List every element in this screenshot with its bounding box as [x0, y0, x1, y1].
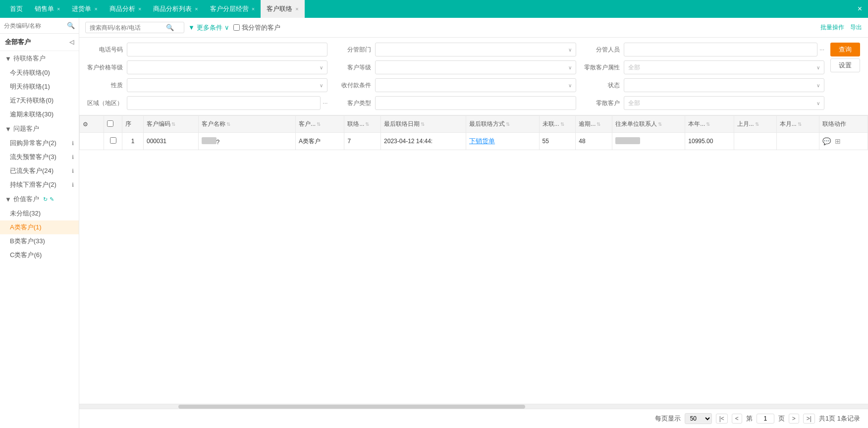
- col-no-contact[interactable]: 未联...⇅: [539, 116, 576, 133]
- region-dots-icon[interactable]: ···: [323, 100, 327, 107]
- col-last-method[interactable]: 最后联络方式⇅: [466, 116, 539, 133]
- sidebar-item-lost-warning[interactable]: 流失预警客户(3) ℹ: [0, 150, 79, 164]
- nav-sales[interactable]: 销售单 ×: [29, 0, 66, 18]
- col-contact[interactable]: 联络...⇅: [344, 116, 381, 133]
- customer-level-select[interactable]: ∨: [375, 60, 576, 74]
- retail-customer-select[interactable]: 全部 ∨: [624, 96, 824, 110]
- nav-home[interactable]: 首页: [4, 0, 29, 18]
- price-level-select[interactable]: ∨: [127, 60, 327, 74]
- prev-page-button[interactable]: <: [732, 414, 742, 424]
- payment-select[interactable]: ∨: [375, 78, 576, 92]
- nature-select[interactable]: ∨: [127, 78, 327, 92]
- nav-customer-tier[interactable]: 客户分层经营 ×: [204, 0, 261, 18]
- status-chevron-icon: ∨: [816, 83, 820, 88]
- sidebar-item-overdue[interactable]: 逾期未联络(30): [0, 107, 79, 121]
- sidebar-search-icon[interactable]: 🔍: [67, 22, 75, 29]
- nav-product-analysis[interactable]: 商品分析 ×: [104, 0, 147, 18]
- my-customers-checkbox[interactable]: 我分管的客户: [233, 23, 280, 32]
- top-nav: 首页 销售单 × 进货单 × 商品分析 × 商品分析列表 × 客户分层经营 × …: [0, 0, 868, 18]
- sidebar-item-lost[interactable]: 已流失客户(24) ℹ: [0, 164, 79, 178]
- phone-input[interactable]: [127, 43, 327, 56]
- sidebar-item-unclassified[interactable]: 未分组(32): [0, 207, 79, 220]
- col-checkbox[interactable]: [104, 116, 122, 133]
- sidebar-section-pending[interactable]: ▼ 待联络客户: [0, 51, 79, 66]
- col-last-month[interactable]: 上月...⇅: [734, 116, 776, 133]
- edit-icon[interactable]: ✎: [50, 196, 54, 203]
- customer-type-input[interactable]: [375, 96, 576, 110]
- filter-retail-attr: 零散客户属性 全部 ∨: [584, 60, 824, 74]
- contact-person-blurred: [615, 137, 640, 144]
- chat-icon[interactable]: 💬: [822, 137, 831, 145]
- export-button[interactable]: 导出: [850, 23, 862, 32]
- close-customer-tier-tab[interactable]: ×: [252, 6, 255, 12]
- sidebar-item-repurchase-abnormal[interactable]: 回购异常客户(2) ℹ: [0, 136, 79, 150]
- sidebar-item-today[interactable]: 今天待联络(0): [0, 66, 79, 80]
- batch-op-button[interactable]: 批量操作: [820, 23, 844, 32]
- scrollbar-thumb[interactable]: [178, 405, 525, 409]
- first-page-button[interactable]: |<: [716, 414, 728, 424]
- sidebar-search-input[interactable]: [4, 22, 65, 29]
- col-this-year[interactable]: 本年...⇅: [685, 116, 734, 133]
- close-purchase-tab[interactable]: ×: [94, 6, 97, 12]
- sidebar-section-problem[interactable]: ▼ 问题客户: [0, 121, 79, 136]
- close-product-analysis-tab[interactable]: ×: [138, 6, 141, 12]
- sidebar-item-class-c[interactable]: C类客户(6): [0, 248, 79, 262]
- close-product-analysis-list-tab[interactable]: ×: [195, 6, 198, 12]
- row-checkbox[interactable]: [110, 137, 116, 144]
- cell-settings: [80, 133, 104, 150]
- sidebar-all-customers-header[interactable]: 全部客户 ◁: [0, 34, 79, 51]
- region-input[interactable]: [127, 96, 321, 110]
- retail-attr-select[interactable]: 全部 ∨: [624, 60, 824, 74]
- select-all-checkbox[interactable]: [107, 120, 113, 127]
- close-sales-tab[interactable]: ×: [57, 6, 60, 12]
- sort-icon-this-year: ⇅: [706, 121, 710, 127]
- sidebar-item-tomorrow[interactable]: 明天待联络(1): [0, 80, 79, 94]
- cell-checkbox[interactable]: [104, 133, 122, 150]
- sidebar-section-value[interactable]: ▼ 价值客户 ↻ ✎: [0, 192, 79, 207]
- page-size-select[interactable]: 50 100 200: [685, 413, 712, 424]
- page-label: 第: [746, 414, 753, 423]
- close-all-tabs[interactable]: ×: [858, 4, 862, 13]
- status-select[interactable]: ∨: [624, 78, 824, 92]
- sidebar: 🔍 全部客户 ◁ ▼ 待联络客户 今天待联络(0) 明天待联络(1) 近7天待联…: [0, 18, 79, 428]
- dept-select[interactable]: ∨: [375, 43, 576, 56]
- sort-icon-this-month: ⇅: [798, 121, 802, 127]
- sidebar-item-declining[interactable]: 持续下滑客户(2) ℹ: [0, 178, 79, 192]
- horizontal-scrollbar[interactable]: [79, 404, 868, 409]
- close-customer-contact-tab[interactable]: ×: [295, 6, 298, 12]
- col-code[interactable]: 客户编码⇅: [143, 116, 198, 133]
- sidebar-item-7days[interactable]: 近7天待联络(0): [0, 94, 79, 107]
- col-name[interactable]: 客户名称⇅: [198, 116, 296, 133]
- my-customers-check[interactable]: [233, 24, 240, 31]
- manager-dots-icon[interactable]: ···: [819, 46, 824, 53]
- nav-purchase[interactable]: 进货单 ×: [66, 0, 103, 18]
- next-page-button[interactable]: >: [789, 414, 799, 424]
- more-filters-button[interactable]: ▼ 更多条件 ∨: [188, 23, 229, 32]
- sidebar-item-class-a[interactable]: A类客户(1): [0, 220, 79, 234]
- manager-input[interactable]: [624, 43, 817, 56]
- grid-icon[interactable]: ⊞: [835, 137, 841, 145]
- refresh-icon[interactable]: ↻: [43, 196, 48, 203]
- sidebar-search-area: 🔍: [0, 18, 79, 34]
- search-input[interactable]: [90, 24, 164, 31]
- sidebar-collapse-icon[interactable]: ◁: [69, 39, 74, 46]
- search-icon[interactable]: 🔍: [166, 24, 174, 31]
- col-type[interactable]: 客户...⇅: [296, 116, 344, 133]
- col-this-month[interactable]: 本月...⇅: [776, 116, 819, 133]
- query-button[interactable]: 查询: [830, 43, 860, 56]
- cell-no-contact: 55: [539, 133, 576, 150]
- last-page-button[interactable]: >|: [803, 414, 815, 424]
- settings-button[interactable]: 设置: [830, 58, 860, 72]
- col-overdue[interactable]: 逾期...⇅: [576, 116, 612, 133]
- col-contact-person[interactable]: 往来单位联系人⇅: [612, 116, 685, 133]
- nav-product-analysis-list[interactable]: 商品分析列表 ×: [147, 0, 204, 18]
- cell-last-date: 2023-04-12 14:44:: [381, 133, 466, 150]
- col-settings[interactable]: ⚙: [80, 116, 104, 133]
- sidebar-item-class-b[interactable]: B类客户(33): [0, 234, 79, 248]
- sort-icon-contact-person: ⇅: [658, 121, 662, 127]
- table-area: ⚙ 序 客户编码⇅ 客户名称⇅ 客户...⇅ 联络...⇅ 最后联络日期⇅ 最后…: [79, 115, 868, 404]
- last-method-link[interactable]: 下销货单: [469, 137, 495, 145]
- col-last-date[interactable]: 最后联络日期⇅: [381, 116, 466, 133]
- nav-customer-contact[interactable]: 客户联络 ×: [261, 0, 304, 18]
- page-number-input[interactable]: [757, 414, 774, 424]
